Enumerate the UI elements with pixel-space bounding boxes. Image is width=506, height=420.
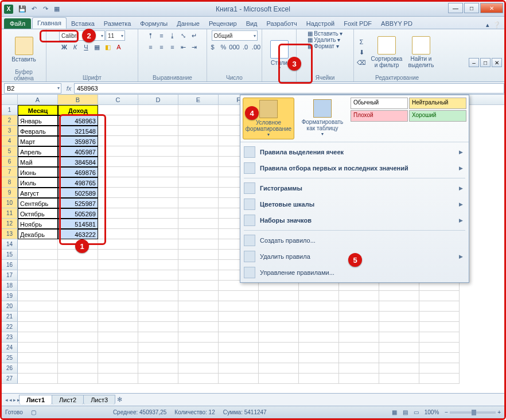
view-pagebreak-button[interactable]: ▭ — [414, 409, 419, 415]
cell[interactable] — [178, 126, 219, 136]
cell[interactable] — [98, 115, 138, 126]
cell[interactable] — [98, 126, 138, 136]
tab-formulas[interactable]: Формулы — [135, 18, 172, 29]
cell[interactable] — [138, 146, 178, 157]
cell[interactable] — [178, 270, 219, 281]
cell[interactable] — [379, 291, 419, 301]
comma-button[interactable]: 000 — [229, 42, 240, 52]
cell[interactable] — [98, 281, 138, 291]
cell[interactable] — [178, 157, 219, 167]
cell[interactable] — [58, 353, 98, 363]
row-header[interactable]: 15 — [2, 250, 18, 260]
find-select-button[interactable]: Найти и выделить — [404, 33, 438, 71]
cell[interactable] — [339, 343, 379, 353]
cell[interactable] — [178, 332, 219, 343]
cell[interactable] — [98, 270, 138, 281]
cell[interactable] — [138, 270, 178, 281]
cell[interactable] — [178, 312, 219, 322]
cell[interactable]: 505269 — [58, 208, 98, 219]
wrap-button[interactable]: ↵ — [189, 30, 200, 41]
currency-button[interactable]: $ — [208, 42, 218, 52]
cell[interactable] — [98, 322, 138, 332]
name-box[interactable]: B2 — [4, 83, 61, 94]
menu-manage-rules[interactable]: Управление правилами... — [240, 265, 469, 281]
style-good[interactable]: Хороший — [409, 110, 466, 122]
row-header[interactable]: 8 — [2, 177, 18, 188]
autosum-button[interactable]: Σ — [356, 37, 367, 47]
cell[interactable] — [419, 291, 460, 301]
cell[interactable] — [178, 301, 219, 312]
cell[interactable] — [178, 188, 219, 198]
cell[interactable]: Месяц — [18, 105, 58, 115]
cell[interactable] — [339, 312, 379, 322]
cell[interactable] — [18, 332, 58, 343]
macro-record-icon[interactable]: ▢ — [31, 409, 36, 415]
style-bad[interactable]: Плохой — [351, 110, 408, 122]
cell[interactable] — [299, 312, 339, 322]
cell[interactable]: Январь — [18, 115, 58, 126]
cell[interactable] — [138, 374, 178, 384]
row-header[interactable]: 12 — [2, 219, 18, 229]
cell[interactable] — [98, 105, 138, 115]
cell[interactable] — [259, 332, 299, 343]
redo-icon[interactable]: ↷ — [41, 5, 50, 14]
cell[interactable]: 498765 — [58, 177, 98, 188]
row-header[interactable]: 19 — [2, 291, 18, 301]
cell[interactable] — [98, 291, 138, 301]
cell[interactable] — [259, 353, 299, 363]
cell[interactable]: 359876 — [58, 136, 98, 146]
cell[interactable] — [138, 312, 178, 322]
cell[interactable] — [18, 353, 58, 363]
cell[interactable] — [98, 250, 138, 260]
tab-layout[interactable]: Разметка — [99, 18, 136, 29]
cell[interactable] — [419, 363, 460, 374]
align-bottom-button[interactable]: ⭳ — [168, 30, 178, 41]
percent-button[interactable]: % — [219, 42, 229, 52]
cell[interactable] — [138, 353, 178, 363]
row-header[interactable]: 17 — [2, 270, 18, 281]
cell[interactable] — [379, 312, 419, 322]
cell[interactable] — [18, 312, 58, 322]
inc-decimal-button[interactable]: .0 — [240, 42, 251, 52]
cell[interactable] — [18, 239, 58, 250]
dec-decimal-button[interactable]: .00 — [251, 42, 262, 52]
cell[interactable] — [58, 343, 98, 353]
row-header[interactable]: 14 — [2, 239, 18, 250]
cell[interactable] — [138, 177, 178, 188]
cell[interactable] — [138, 126, 178, 136]
tab-home[interactable]: Главная — [32, 17, 67, 29]
cell[interactable] — [98, 343, 138, 353]
cell[interactable] — [299, 291, 339, 301]
cell[interactable] — [58, 301, 98, 312]
cell[interactable] — [98, 219, 138, 229]
cell[interactable]: 514581 — [58, 219, 98, 229]
row-header[interactable]: 16 — [2, 260, 18, 270]
cell[interactable] — [138, 115, 178, 126]
sheet-tab[interactable]: Лист1 — [19, 395, 52, 405]
cell[interactable] — [138, 291, 178, 301]
cell[interactable] — [98, 208, 138, 219]
cell[interactable]: Июнь — [18, 167, 58, 177]
cell[interactable] — [178, 208, 219, 219]
sheet-tab[interactable]: Лист3 — [83, 395, 115, 405]
cell[interactable] — [138, 260, 178, 270]
mdi-restore[interactable]: □ — [480, 58, 491, 67]
col-header[interactable]: D — [138, 95, 178, 104]
row-header[interactable]: 11 — [2, 208, 18, 219]
orientation-button[interactable]: ⤡ — [178, 30, 189, 41]
cell[interactable]: 458963 — [58, 115, 98, 126]
row-header[interactable]: 2 — [2, 115, 18, 126]
clear-button[interactable]: ⌫ — [356, 57, 367, 68]
mdi-close[interactable]: ✕ — [492, 58, 502, 67]
cell[interactable] — [299, 301, 339, 312]
cell[interactable] — [219, 363, 259, 374]
row-header[interactable]: 24 — [2, 343, 18, 353]
menu-color-scales[interactable]: Цветовые шкалы▶ — [240, 196, 469, 212]
row-header[interactable]: 26 — [2, 363, 18, 374]
cell[interactable] — [299, 353, 339, 363]
tab-view[interactable]: Вид — [242, 18, 262, 29]
cell[interactable] — [178, 115, 219, 126]
cell[interactable]: Февраль — [18, 126, 58, 136]
row-header[interactable]: 5 — [2, 146, 18, 157]
cell[interactable] — [178, 146, 219, 157]
